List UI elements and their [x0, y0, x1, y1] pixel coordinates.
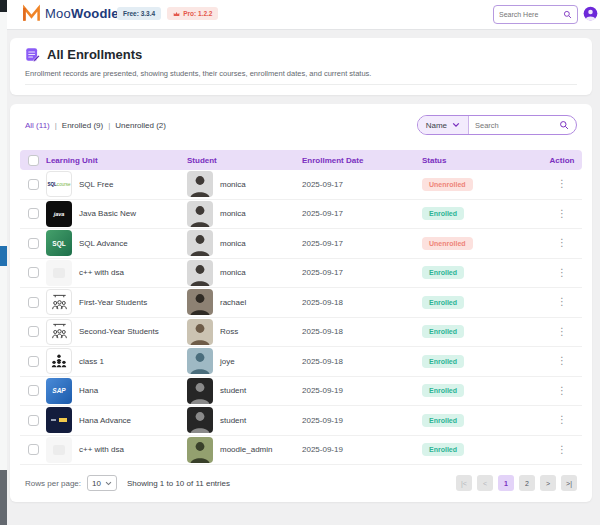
kebab-menu-icon[interactable]: ⋮: [553, 236, 571, 250]
admin-sidebar-strip-bottom: [0, 470, 7, 525]
student-avatar: [187, 289, 213, 315]
pagination-page-2[interactable]: 2: [519, 475, 535, 491]
row-checkbox[interactable]: [28, 415, 39, 426]
status-badge: Enrolled: [422, 325, 464, 338]
table-row: class 1 joye 2025-09-18 Enrolled ⋮: [20, 347, 582, 377]
crown-icon: [173, 11, 180, 17]
moowoodle-logo-icon: [22, 4, 41, 23]
course-name: Hana Advance: [79, 416, 131, 425]
enrollments-table-card: All (11)|Enrolled (9)|Unenrolled (2) Nam…: [10, 104, 592, 502]
enrollments-table: Learning Unit Student Enrollment Date St…: [20, 150, 582, 465]
row-checkbox[interactable]: [28, 444, 39, 455]
course-name: Hana: [79, 386, 98, 395]
course-thumbnail: java: [46, 201, 72, 227]
filter-tab-all[interactable]: All (11): [25, 121, 50, 130]
row-checkbox[interactable]: [28, 267, 39, 278]
status-badge: Enrolled: [422, 207, 464, 220]
enrollment-date: 2025-09-18: [302, 357, 422, 366]
rows-per-page-select[interactable]: 10: [87, 475, 117, 491]
student-avatar: [187, 201, 213, 227]
pagination-page-1[interactable]: 1: [498, 475, 514, 491]
row-checkbox[interactable]: [28, 297, 39, 308]
showing-entries-text: Showing 1 to 10 of 11 entries: [127, 479, 230, 488]
header-search-box: [493, 5, 578, 24]
search-icon[interactable]: [559, 120, 569, 130]
course-name: First-Year Students: [79, 298, 147, 307]
student-name: monica: [220, 209, 246, 218]
row-checkbox[interactable]: [28, 356, 39, 367]
admin-sidebar-strip: [0, 0, 7, 525]
kebab-menu-icon[interactable]: ⋮: [553, 384, 571, 398]
table-row: SAP Hana student 2025-09-19 Enrolled ⋮: [20, 377, 582, 407]
enrollment-date: 2025-09-17: [302, 180, 422, 189]
pagination: |<<12>>|: [456, 475, 577, 491]
pagination-prev-button[interactable]: <: [477, 475, 493, 491]
row-checkbox[interactable]: [28, 385, 39, 396]
student-avatar: [187, 348, 213, 374]
table-row: Hana Advance student 2025-09-19 Enrolled…: [20, 406, 582, 436]
course-thumbnail: SQL: [46, 230, 72, 256]
course-thumbnail: SQLcourse: [46, 171, 72, 197]
page-description: Enrollment records are presented, showin…: [25, 69, 371, 78]
row-checkbox[interactable]: [28, 208, 39, 219]
student-avatar: [187, 378, 213, 404]
tab-separator: |: [55, 121, 57, 130]
admin-sidebar-strip-top: [0, 0, 7, 12]
student-avatar: [187, 437, 213, 463]
filter-search-input[interactable]: [469, 121, 559, 130]
course-thumbnail: [46, 289, 72, 315]
kebab-menu-icon[interactable]: ⋮: [553, 266, 571, 280]
student-name: Ross: [220, 327, 238, 336]
filter-tabs: All (11)|Enrolled (9)|Unenrolled (2): [25, 121, 166, 130]
status-badge: Enrolled: [422, 296, 464, 309]
enrollment-date: 2025-09-19: [302, 386, 422, 395]
status-badge: Enrolled: [422, 266, 464, 279]
filter-tab-unenrolled[interactable]: Unenrolled (2): [115, 121, 166, 130]
kebab-menu-icon[interactable]: ⋮: [553, 295, 571, 309]
enrollment-date: 2025-09-17: [302, 209, 422, 218]
user-avatar-icon[interactable]: [583, 6, 598, 21]
course-name: c++ with dsa: [79, 445, 124, 454]
table-row: c++ with dsa monica 2025-09-17 Enrolled …: [20, 259, 582, 289]
col-header-student: Student: [187, 156, 302, 165]
col-header-status: Status: [422, 156, 542, 165]
select-all-checkbox[interactable]: [28, 155, 39, 166]
kebab-menu-icon[interactable]: ⋮: [553, 443, 571, 457]
status-badge: Enrolled: [422, 443, 464, 456]
status-badge: Enrolled: [422, 355, 464, 368]
student-name: rachael: [220, 298, 246, 307]
pagination-first-button[interactable]: |<: [456, 475, 472, 491]
enrollment-date: 2025-09-19: [302, 445, 422, 454]
kebab-menu-icon[interactable]: ⋮: [553, 325, 571, 339]
filter-tab-enrolled[interactable]: Enrolled (9): [62, 121, 103, 130]
pagination-next-button[interactable]: >: [540, 475, 556, 491]
kebab-menu-icon[interactable]: ⋮: [553, 354, 571, 368]
col-header-learning-unit: Learning Unit: [46, 156, 187, 165]
course-thumbnail: [46, 260, 72, 286]
col-header-enrollment-date: Enrollment Date: [302, 156, 422, 165]
status-badge: Enrolled: [422, 414, 464, 427]
enrollments-icon: [25, 47, 40, 62]
top-header: MooWoodle Free: 3.3.4 Pro: 1.2.2: [7, 0, 600, 30]
pagination-last-button[interactable]: >|: [561, 475, 577, 491]
row-checkbox[interactable]: [28, 326, 39, 337]
enrollment-date: 2025-09-17: [302, 239, 422, 248]
page-title: All Enrollments: [47, 47, 142, 62]
row-checkbox[interactable]: [28, 238, 39, 249]
kebab-menu-icon[interactable]: ⋮: [553, 207, 571, 221]
course-thumbnail: [46, 407, 72, 433]
search-field-dropdown[interactable]: Name: [418, 116, 469, 134]
course-name: c++ with dsa: [79, 268, 124, 277]
search-icon[interactable]: [563, 10, 572, 19]
student-avatar: [187, 407, 213, 433]
row-checkbox[interactable]: [28, 179, 39, 190]
header-search-input[interactable]: [499, 11, 563, 18]
table-header-row: Learning Unit Student Enrollment Date St…: [20, 150, 582, 170]
version-badges: Free: 3.3.4 Pro: 1.2.2: [117, 7, 218, 20]
table-row: java Java Basic New monica 2025-09-17 En…: [20, 200, 582, 230]
rows-per-page-label: Rows per page:: [25, 479, 81, 488]
student-name: moodle_admin: [220, 445, 272, 454]
kebab-menu-icon[interactable]: ⋮: [553, 177, 571, 191]
kebab-menu-icon[interactable]: ⋮: [553, 413, 571, 427]
admin-sidebar-strip-highlight: [0, 246, 7, 266]
